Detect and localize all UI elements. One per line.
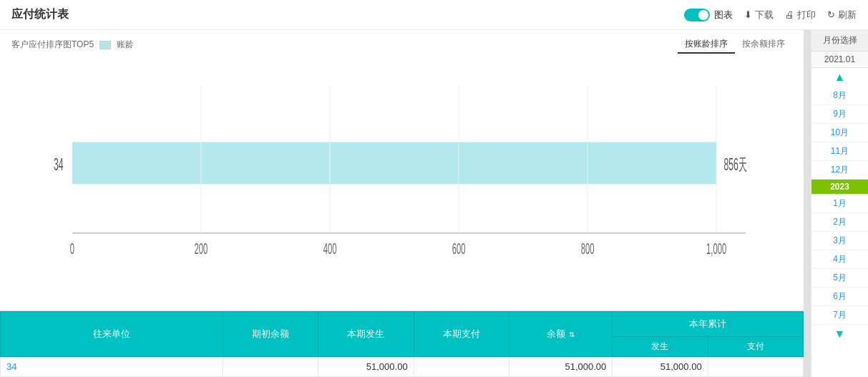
year-input[interactable] — [811, 52, 868, 68]
unit-link[interactable]: 34 — [6, 361, 16, 372]
col-unit: 往来单位 — [1, 312, 223, 357]
nav-up-arrow[interactable]: ▲ — [832, 68, 849, 87]
svg-text:0: 0 — [70, 240, 74, 258]
cell-ytd-occ: 51,000.00 — [613, 357, 708, 377]
svg-text:34: 34 — [54, 155, 64, 173]
chart-svg: 34 856天 0 200 400 600 800 1,000 — [43, 65, 775, 289]
balance-sort-icon: ⇅ — [569, 331, 575, 338]
table-wrapper: 往来单位 期初余额 本期发生 本期支付 余额 ⇅ 本年累计 — [0, 311, 804, 377]
month-7[interactable]: 7月 — [811, 306, 868, 325]
sort-tab-balance[interactable]: 按余额排序 — [735, 36, 792, 54]
cell-balance: 51,000.00 — [509, 357, 612, 377]
header: 应付统计表 图表 ⬇ 下载 🖨 打印 ↻ 刷新 — [0, 0, 868, 30]
sort-tab-age[interactable]: 按账龄排序 — [678, 36, 735, 54]
main-content: 客户应付排序图TOP5 账龄 按账龄排序 按余额排序 — [0, 30, 868, 377]
print-label: 打印 — [797, 9, 816, 21]
col-balance: 余额 ⇅ — [509, 312, 612, 357]
month-10[interactable]: 10月 — [811, 124, 868, 142]
chart-toggle[interactable] — [684, 9, 710, 21]
svg-text:856天: 856天 — [723, 155, 747, 173]
month-list: ▲ 8月 9月 10月 11月 12月 2023 1月 2月 3月 4月 5月 … — [811, 68, 868, 343]
legend-box — [99, 41, 111, 49]
col-balance-text: 余额 — [547, 328, 565, 339]
table-body: 34 51,000.00 51,000.00 51,000.00 — [1, 357, 804, 377]
col-current-occ: 本期发生 — [318, 312, 414, 357]
month-4[interactable]: 4月 — [811, 250, 868, 269]
chart-legend: 客户应付排序图TOP5 账龄 — [11, 39, 134, 51]
refresh-button[interactable]: ↻ 刷新 — [827, 9, 857, 21]
col-ytd-group: 本年累计 — [613, 312, 804, 337]
cell-current-occ: 51,000.00 — [318, 357, 414, 377]
month-11[interactable]: 11月 — [811, 142, 868, 161]
svg-text:600: 600 — [452, 240, 466, 258]
year-2023-label: 2023 — [811, 180, 868, 195]
app-container: 应付统计表 图表 ⬇ 下载 🖨 打印 ↻ 刷新 — [0, 0, 868, 377]
cell-opening — [223, 357, 318, 377]
col-ytd-occ: 发生 — [613, 337, 708, 357]
download-button[interactable]: ⬇ 下载 — [744, 9, 774, 21]
month-9[interactable]: 9月 — [811, 105, 868, 124]
print-button[interactable]: 🖨 打印 — [785, 9, 816, 21]
month-5[interactable]: 5月 — [811, 269, 868, 288]
svg-text:400: 400 — [323, 240, 337, 258]
chart-header: 客户应付排序图TOP5 账龄 按账龄排序 按余额排序 — [0, 30, 804, 59]
print-icon: 🖨 — [785, 9, 794, 20]
sidebar-header: 月份选择 — [811, 30, 868, 52]
chart-area: 34 856天 0 200 400 600 800 1,000 — [0, 59, 804, 310]
sort-tabs: 按账龄排序 按余额排序 — [678, 36, 792, 54]
resize-divider[interactable] — [804, 30, 811, 377]
table-header-row: 往来单位 期初余额 本期发生 本期支付 余额 ⇅ 本年累计 — [1, 312, 804, 337]
header-actions: 图表 ⬇ 下载 🖨 打印 ↻ 刷新 — [684, 9, 857, 21]
cell-current-pay — [414, 357, 509, 377]
svg-text:1,000: 1,000 — [706, 240, 726, 258]
refresh-label: 刷新 — [838, 9, 857, 21]
right-sidebar: 月份选择 ▲ 8月 9月 10月 11月 12月 2023 1月 2月 3月 4… — [811, 30, 868, 377]
month-12[interactable]: 12月 — [811, 161, 868, 180]
svg-text:800: 800 — [581, 240, 595, 258]
chart-section: 客户应付排序图TOP5 账龄 按账龄排序 按余额排序 — [0, 30, 804, 377]
toggle-label: 图表 — [714, 9, 733, 21]
table-section: 往来单位 期初余额 本期发生 本期支付 余额 ⇅ 本年累计 — [0, 310, 804, 377]
month-1[interactable]: 1月 — [811, 195, 868, 213]
col-ytd-pay: 支付 — [708, 337, 803, 357]
chart-title: 客户应付排序图TOP5 — [11, 39, 94, 51]
col-opening: 期初余额 — [223, 312, 318, 357]
table-row: 34 51,000.00 51,000.00 51,000.00 — [1, 357, 804, 377]
svg-text:200: 200 — [195, 240, 208, 258]
month-8[interactable]: 8月 — [811, 87, 868, 105]
bar-rect — [72, 142, 716, 185]
download-icon: ⬇ — [744, 9, 752, 20]
month-6[interactable]: 6月 — [811, 288, 868, 306]
download-label: 下载 — [755, 9, 774, 21]
cell-unit: 34 — [1, 357, 223, 377]
month-2[interactable]: 2月 — [811, 213, 868, 232]
col-current-pay: 本期支付 — [414, 312, 509, 357]
legend-label: 账龄 — [117, 39, 134, 51]
chart-toggle-group: 图表 — [684, 9, 733, 21]
month-3[interactable]: 3月 — [811, 232, 868, 250]
cell-ytd-pay — [708, 357, 803, 377]
refresh-icon: ↻ — [827, 9, 835, 20]
nav-down-arrow[interactable]: ▼ — [832, 325, 849, 343]
data-table: 往来单位 期初余额 本期发生 本期支付 余额 ⇅ 本年累计 — [0, 311, 804, 377]
page-title: 应付统计表 — [11, 7, 69, 22]
